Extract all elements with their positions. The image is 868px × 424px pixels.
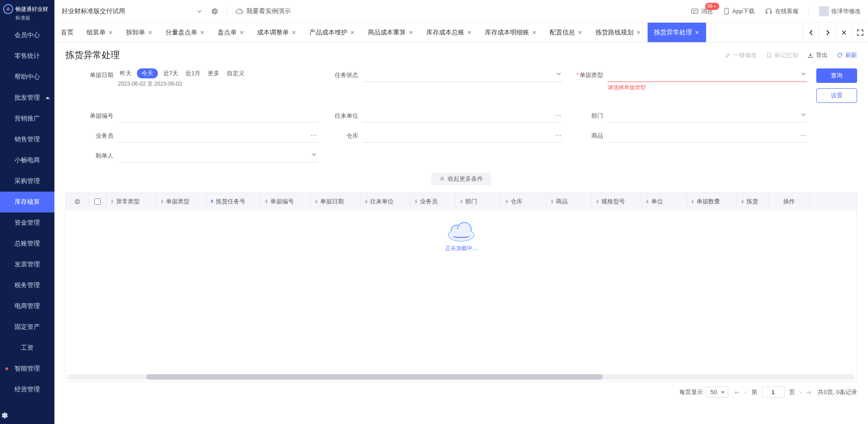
tab-8[interactable]: 库存成本总账✕ [420,23,478,42]
support-button[interactable]: 在线客服 [765,7,799,15]
tab-10[interactable]: 配置信息✕ [543,23,589,42]
column-header[interactable]: 操作 [769,193,809,210]
tab-2[interactable]: 拆卸单✕ [120,23,159,42]
sidebar-settings[interactable] [0,407,54,424]
close-icon[interactable]: ✕ [695,29,699,36]
sidebar-item-12[interactable]: 税务管理 [0,275,54,296]
bill-type-select[interactable] [608,68,807,82]
close-icon[interactable]: ✕ [239,29,244,36]
sidebar-item-1[interactable]: 零售统计 [0,46,54,67]
collapse-filters-button[interactable]: 收起更多条件 [431,173,491,185]
tab-6[interactable]: 产品成本维护✕ [303,23,361,42]
date-shortcut[interactable]: 昨天 [118,68,133,78]
column-header[interactable]: ▲▼规格型号 [592,193,642,210]
settings-button[interactable]: 设置 [816,88,857,103]
prev-page-button[interactable]: ‹ [745,389,747,396]
sidebar-item-15[interactable]: 工资 [0,337,54,358]
close-icon[interactable]: ✕ [350,29,355,36]
tab-11[interactable]: 拣货路线规划✕ [589,23,648,42]
column-header[interactable]: ▲▼部门 [456,193,501,210]
page-number-input[interactable] [762,386,785,398]
tab-12[interactable]: 拣货异常处理✕ [648,23,706,42]
close-icon[interactable]: ✕ [467,29,472,36]
date-shortcut[interactable]: 自定义 [225,68,246,78]
tab-0[interactable]: 首页 [54,23,80,42]
date-shortcut[interactable]: 更多 [206,68,221,78]
column-header[interactable]: ▲▼拣货任务号 [206,193,261,210]
sidebar-item-13[interactable]: 电商管理 [0,296,54,317]
query-button[interactable]: 查询 [816,68,857,83]
column-header[interactable]: ▲▼单位 [642,193,687,210]
horizontal-scrollbar[interactable] [68,374,855,380]
date-shortcut[interactable]: 今天 [137,68,158,78]
column-header[interactable]: ▲▼单据数量 [687,193,737,210]
sidebar-item-2[interactable]: 帮助中心 [0,67,54,87]
checkbox-column[interactable] [88,193,107,210]
close-icon[interactable]: ✕ [200,29,205,36]
salesman-lookup[interactable]: ⋯ [118,129,317,143]
close-icon[interactable]: ✕ [578,29,582,36]
tabs-scroll-right[interactable] [819,23,835,43]
close-icon[interactable]: ✕ [636,29,641,36]
column-header[interactable]: ▲▼往来单位 [361,193,410,210]
column-header[interactable]: ▲▼单据日期 [311,193,361,210]
sidebar-item-7[interactable]: 采购管理 [0,171,54,192]
tab-5[interactable]: 成本调整单✕ [251,23,303,42]
demo-link[interactable]: 我要看实例演示 [235,7,291,15]
sidebar-item-6[interactable]: 小畅电商 [0,150,54,171]
sidebar-item-8[interactable]: 库存核算 [0,192,54,212]
date-shortcut[interactable]: 近1月 [184,68,202,78]
messages-button[interactable]: 消息 99＋ [691,7,713,15]
tab-7[interactable]: 商品成本重算✕ [361,23,420,42]
tab-3[interactable]: 分量盘点单✕ [159,23,211,42]
last-page-button[interactable]: ⇥ [806,389,811,396]
tabs-close-all[interactable] [835,23,852,43]
column-header[interactable]: ▲▼仓库 [501,193,546,210]
refresh-button[interactable]: 刷新 [837,51,857,59]
sidebar-item-11[interactable]: 发票管理 [0,254,54,275]
sidebar-item-14[interactable]: 固定资产 [0,317,54,337]
first-page-button[interactable]: ⇤ [735,389,740,396]
close-icon[interactable]: ✕ [292,29,296,36]
bill-no-input[interactable] [118,109,317,123]
export-button[interactable]: 导出 [807,51,828,59]
sidebar-item-17[interactable]: 经营管理 [0,379,54,400]
next-page-button[interactable]: › [800,389,802,396]
sidebar-item-10[interactable]: 总账管理 [0,233,54,254]
close-icon[interactable]: ✕ [148,29,152,36]
close-icon[interactable]: ✕ [108,29,113,36]
sidebar-item-16[interactable]: 智能管理 [0,358,54,379]
dept-select[interactable] [608,109,807,123]
partner-lookup[interactable]: ⋯ [363,109,562,123]
tab-1[interactable]: 组装单✕ [80,23,120,42]
product-selector[interactable]: 好业财标准版交付试用 [62,7,125,15]
column-header[interactable]: ▲▼业务员 [410,193,456,210]
tabs-scroll-left[interactable] [803,23,819,43]
select-all-checkbox[interactable] [94,198,101,205]
sidebar-item-0[interactable]: 会员中心 [0,25,54,46]
sidebar-item-9[interactable]: 资金管理 [0,212,54,233]
product-lookup[interactable]: ⋯ [608,129,807,143]
chevron-down-icon[interactable] [133,9,202,14]
sidebar-item-5[interactable]: 销售管理 [0,129,54,150]
column-header[interactable]: ▲▼单据类型 [156,193,206,210]
column-header[interactable]: ▲▼单据编号 [261,193,311,210]
close-icon[interactable]: ✕ [532,29,536,36]
column-header[interactable]: ▲▼拣货 [737,193,769,210]
close-icon[interactable]: ✕ [409,29,413,36]
maker-select[interactable] [118,149,317,163]
settings-column[interactable] [66,193,88,210]
sidebar-item-3[interactable]: 批发管理 [0,87,54,108]
warehouse-lookup[interactable]: ⋯ [363,129,562,143]
column-header[interactable]: ▲▼异常类型 [107,193,156,210]
sidebar-item-4[interactable]: 营销推广 [0,108,54,129]
user-menu[interactable]: 徐泽华修改 [819,6,861,16]
app-download-button[interactable]: App下载 [723,7,755,15]
task-status-select[interactable] [363,68,562,82]
column-header[interactable]: ▲▼商品 [546,193,592,210]
page-size-select[interactable]: 50 [706,386,728,398]
settings-icon[interactable] [210,7,219,15]
fullscreen-button[interactable] [852,23,868,43]
tab-9[interactable]: 库存成本明细账✕ [478,23,543,42]
date-shortcut[interactable]: 近7天 [161,68,180,78]
